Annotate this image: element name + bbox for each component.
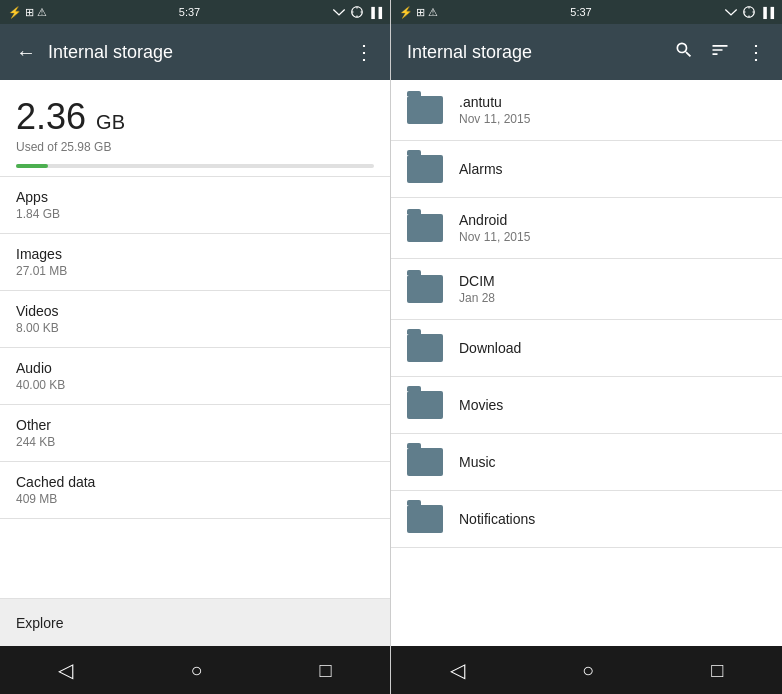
right-menu-button[interactable]: ⋮ [746, 40, 766, 64]
folder-item-alarms[interactable]: Alarms [391, 141, 782, 198]
back-button[interactable]: ← [16, 41, 36, 64]
apps-size: 1.84 GB [16, 207, 374, 221]
folder-icon-movies [407, 391, 443, 419]
storage-used-label: Used of 25.98 GB [16, 140, 374, 154]
storage-item-other[interactable]: Other 244 KB [0, 405, 390, 462]
notification-icons: ⚡ ⊞ ⚠ [8, 6, 47, 19]
audio-label: Audio [16, 360, 374, 376]
right-nav-bar: ◁ ○ □ [391, 646, 782, 694]
explore-label: Explore [16, 615, 63, 631]
right-status-bar: ⚡ ⊞ ⚠ 5:37 ▐▐ [391, 0, 782, 24]
storage-item-videos[interactable]: Videos 8.00 KB [0, 291, 390, 348]
images-label: Images [16, 246, 374, 262]
videos-label: Videos [16, 303, 374, 319]
left-recents-nav[interactable]: □ [319, 659, 331, 682]
storage-item-cached[interactable]: Cached data 409 MB [0, 462, 390, 519]
left-back-nav[interactable]: ◁ [58, 658, 73, 682]
folder-name-dcim: DCIM [459, 273, 495, 289]
folder-date-antutu: Nov 11, 2015 [459, 112, 530, 126]
folder-name-alarms: Alarms [459, 161, 503, 177]
folder-name-movies: Movies [459, 397, 503, 413]
folder-item-android[interactable]: Android Nov 11, 2015 [391, 198, 782, 259]
folder-icon-download [407, 334, 443, 362]
storage-list: Apps 1.84 GB Images 27.01 MB Videos 8.00… [0, 177, 390, 598]
folder-info-notifications: Notifications [459, 511, 535, 527]
right-notification-icons: ⚡ ⊞ ⚠ [399, 6, 438, 19]
folder-name-music: Music [459, 454, 496, 470]
folder-item-music[interactable]: Music [391, 434, 782, 491]
images-size: 27.01 MB [16, 264, 374, 278]
right-panel: ⚡ ⊞ ⚠ 5:37 ▐▐ Internal storage ⋮ .antutu [391, 0, 782, 694]
left-toolbar: ← Internal storage ⋮ [0, 24, 390, 80]
folder-item-antutu[interactable]: .antutu Nov 11, 2015 [391, 80, 782, 141]
left-home-nav[interactable]: ○ [190, 659, 202, 682]
cached-size: 409 MB [16, 492, 374, 506]
other-label: Other [16, 417, 374, 433]
folder-info-android: Android Nov 11, 2015 [459, 212, 530, 244]
search-button[interactable] [674, 40, 694, 65]
folder-info-antutu: .antutu Nov 11, 2015 [459, 94, 530, 126]
folder-item-notifications[interactable]: Notifications [391, 491, 782, 548]
audio-size: 40.00 KB [16, 378, 374, 392]
folder-icon-alarms [407, 155, 443, 183]
storage-progress-bar [16, 164, 374, 168]
storage-summary: 2.36 GB Used of 25.98 GB [0, 80, 390, 176]
storage-progress-fill [16, 164, 48, 168]
folder-icon-antutu [407, 96, 443, 124]
folder-name-download: Download [459, 340, 521, 356]
folder-item-download[interactable]: Download [391, 320, 782, 377]
storage-free-amount: 2.36 GB [16, 96, 374, 138]
left-status-time: 5:37 [179, 6, 200, 18]
right-back-nav[interactable]: ◁ [450, 658, 465, 682]
folder-item-dcim[interactable]: DCIM Jan 28 [391, 259, 782, 320]
videos-size: 8.00 KB [16, 321, 374, 335]
right-status-time: 5:37 [570, 6, 591, 18]
right-home-nav[interactable]: ○ [582, 659, 594, 682]
folder-item-movies[interactable]: Movies [391, 377, 782, 434]
left-toolbar-title: Internal storage [48, 42, 342, 63]
left-menu-button[interactable]: ⋮ [354, 40, 374, 64]
folder-date-dcim: Jan 28 [459, 291, 495, 305]
folder-icon-notifications [407, 505, 443, 533]
right-status-icons-right: ▐▐ [724, 5, 774, 19]
folder-info-download: Download [459, 340, 521, 356]
left-nav-bar: ◁ ○ □ [0, 646, 390, 694]
storage-item-images[interactable]: Images 27.01 MB [0, 234, 390, 291]
sort-button[interactable] [710, 40, 730, 65]
folder-date-android: Nov 11, 2015 [459, 230, 530, 244]
folder-list: .antutu Nov 11, 2015 Alarms Android Nov … [391, 80, 782, 646]
right-toolbar-title: Internal storage [407, 42, 662, 63]
folder-info-dcim: DCIM Jan 28 [459, 273, 495, 305]
folder-name-antutu: .antutu [459, 94, 530, 110]
folder-icon-dcim [407, 275, 443, 303]
folder-info-alarms: Alarms [459, 161, 503, 177]
storage-item-audio[interactable]: Audio 40.00 KB [0, 348, 390, 405]
left-status-bar: ⚡ ⊞ ⚠ 5:37 ▐▐ [0, 0, 390, 24]
folder-info-music: Music [459, 454, 496, 470]
left-status-icons-right: ▐▐ [332, 5, 382, 19]
folder-name-notifications: Notifications [459, 511, 535, 527]
folder-name-android: Android [459, 212, 530, 228]
storage-item-apps[interactable]: Apps 1.84 GB [0, 177, 390, 234]
right-status-icons-left: ⚡ ⊞ ⚠ [399, 6, 438, 19]
other-size: 244 KB [16, 435, 374, 449]
right-toolbar-actions: ⋮ [674, 40, 766, 65]
right-toolbar: Internal storage ⋮ [391, 24, 782, 80]
left-panel: ⚡ ⊞ ⚠ 5:37 ▐▐ ← Internal storage ⋮ 2.36 … [0, 0, 391, 694]
folder-info-movies: Movies [459, 397, 503, 413]
apps-label: Apps [16, 189, 374, 205]
folder-icon-android [407, 214, 443, 242]
explore-footer[interactable]: Explore [0, 598, 390, 646]
cached-label: Cached data [16, 474, 374, 490]
right-recents-nav[interactable]: □ [711, 659, 723, 682]
left-status-icons-left: ⚡ ⊞ ⚠ [8, 6, 47, 19]
folder-icon-music [407, 448, 443, 476]
